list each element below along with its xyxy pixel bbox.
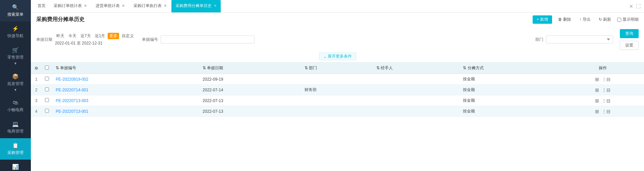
sidebar-item-retail[interactable]: 🛒零售管理▼ [0, 43, 31, 69]
table-row: 3 PE-20220713-003 2022-07-13 按金额 ⊞ ⋮⊟ [31, 95, 644, 106]
dept-select[interactable]: 财务部 [546, 35, 613, 44]
close-tab-purchase-fee-split[interactable]: ✕ [214, 4, 217, 8]
dept-filter-group: 部门 财务部 [535, 35, 613, 44]
cell-handler-3 [373, 106, 460, 117]
add-button[interactable]: + 新增 [533, 15, 552, 24]
ecommerce-icon: 💻 [12, 121, 19, 127]
doc-no-link-1[interactable]: PE-20220714-001 [56, 88, 88, 92]
sidebar-item-ecommerce[interactable]: 💻电商管理 [0, 117, 31, 138]
row-expand-3: 4 [31, 106, 42, 117]
table-header-row: ⚙ ⇅ 单据编号 ⇅ 单据日期 ⇅ 部门 [31, 63, 644, 74]
cell-dept-3 [301, 106, 373, 117]
more-icon-1[interactable]: ⋮⊟ [602, 87, 610, 93]
edit-icon-2[interactable]: ⊞ [595, 98, 599, 103]
cell-doc-date-1: 2022-07-14 [199, 85, 301, 95]
more-icon-0[interactable]: ⋮⊟ [602, 77, 610, 82]
cell-doc-date-3: 2022-07-13 [199, 106, 301, 117]
cell-action-1: ⊞ ⋮⊟ [561, 85, 644, 95]
sidebar-label-search: 搜索菜单 [7, 12, 23, 17]
delete-button[interactable]: 🗑 删除 [556, 16, 573, 23]
sidebar-label-ecommerce: 电商管理 [7, 129, 23, 134]
col-split-method: ⇅ 分摊方式 [460, 63, 561, 74]
close-tab-purchase-order-stat[interactable]: ✕ [84, 4, 87, 8]
filter-settings-button[interactable]: 设置 [620, 41, 639, 50]
tab-purchase-fee-split[interactable]: 采购费用分摊单历史 ✕ [171, 0, 221, 12]
shortcut-custom[interactable]: 自定义 [120, 33, 135, 39]
shortcut-yesterday[interactable]: 昨天 [55, 33, 66, 39]
close-all-tabs[interactable]: ✕ [629, 4, 633, 9]
show-detail-checkbox[interactable]: 显示明细 [617, 17, 639, 22]
main-content: 首页 采购订单统计表 ✕ 进货单统计表 ✕ 采购订单执行表 ✕ 采购费用分摊单历… [31, 0, 644, 171]
doc-no-filter-group: 单据编号 [142, 35, 255, 44]
shortcut-7days[interactable]: 近7天 [79, 33, 92, 39]
shortcut-today[interactable]: 今天 [67, 33, 78, 39]
purchase-icon: 📋 [12, 142, 19, 149]
close-tab-goods-in-stat[interactable]: ✕ [122, 4, 125, 8]
shortcut-more[interactable]: 更多 [108, 33, 119, 39]
expand-icon: ⌄ [323, 54, 327, 59]
shortcut-1month[interactable]: 近1月 [94, 33, 107, 39]
table-body: 1 PE-20220919-002 2022-09-19 按金额 ⊞ ⋮⊟ 2 [31, 74, 644, 117]
cell-split-method-0: 按金额 [460, 74, 561, 85]
cell-doc-date-2: 2022-07-13 [199, 95, 301, 106]
sidebar-label-purchase: 采购管理 [7, 150, 23, 156]
inventory-icon: 📊 [12, 164, 19, 170]
close-tab-purchase-order-exec[interactable]: ✕ [164, 4, 167, 8]
export-button[interactable]: ↑ 导出 [577, 16, 592, 23]
tab-purchase-order-exec[interactable]: 采购订单执行表 ✕ [129, 0, 171, 12]
expand-more-button[interactable]: ⌄ 展开更多条件 [319, 53, 356, 60]
row-check-1[interactable] [42, 85, 52, 95]
edit-icon-3[interactable]: ⊞ [595, 109, 599, 114]
dept-label: 部门 [535, 37, 543, 42]
cell-action-3: ⊞ ⋮⊟ [561, 106, 644, 117]
cell-split-method-3: 按金额 [460, 106, 561, 117]
sidebar-item-purchase[interactable]: 📋采购管理 [0, 138, 31, 160]
query-button[interactable]: 查询 [620, 29, 639, 38]
expand-label: 展开更多条件 [328, 54, 352, 59]
sidebar-label-mini-shop: 小畅电商 [7, 107, 23, 113]
doc-no-input[interactable] [161, 35, 255, 44]
cell-action-2: ⊞ ⋮⊟ [561, 95, 644, 106]
table-row: 2 PE-20220714-001 2022-07-14 财务部 按金额 ⊞ ⋮… [31, 85, 644, 95]
edit-icon-0[interactable]: ⊞ [595, 77, 599, 82]
edit-icon-1[interactable]: ⊞ [595, 87, 599, 93]
more-icon-3[interactable]: ⋮⊟ [602, 109, 610, 114]
table-area: ⚙ ⇅ 单据编号 ⇅ 单据日期 ⇅ 部门 [31, 63, 644, 171]
col-doc-no: ⇅ 单据编号 [52, 63, 199, 74]
select-all-checkbox[interactable] [45, 66, 49, 70]
search-icon: 🔍 [12, 4, 19, 10]
row-check-2[interactable] [42, 95, 52, 106]
more-icon-2[interactable]: ⋮⊟ [602, 98, 610, 103]
row-check-0[interactable] [42, 74, 52, 85]
sidebar: 🔍搜索菜单⚡快捷导航🛒零售管理▼📦批发管理▼🛍小畅电商💻电商管理📋采购管理📊库存… [0, 0, 31, 171]
tab-goods-in-stat[interactable]: 进货单统计表 ✕ [92, 0, 129, 12]
tab-home[interactable]: 首页 [34, 0, 49, 12]
col-check [42, 63, 52, 74]
col-settings[interactable]: ⚙ [31, 63, 42, 74]
sidebar-item-quick-nav[interactable]: ⚡快捷导航 [0, 21, 31, 43]
sidebar-item-inventory[interactable]: 📊库存核算 [0, 160, 31, 171]
sidebar-label-retail: 零售管理 [7, 55, 23, 60]
doc-no-link-3[interactable]: PE-20220713-001 [56, 109, 88, 114]
cell-split-method-2: 按金额 [460, 95, 561, 106]
cell-dept-1: 财务部 [301, 85, 373, 95]
row-check-3[interactable] [42, 106, 52, 117]
refresh-button[interactable]: ↻ 刷新 [597, 16, 613, 23]
table-row: 4 PE-20220713-001 2022-07-13 按金额 ⊞ ⋮⊟ [31, 106, 644, 117]
maximize-icon[interactable]: ⛶ [636, 4, 641, 9]
tab-bar-right: ✕ ⛶ [629, 4, 641, 9]
tab-purchase-order-stat[interactable]: 采购订单统计表 ✕ [50, 0, 91, 12]
data-table: ⚙ ⇅ 单据编号 ⇅ 单据日期 ⇅ 部门 [31, 63, 644, 117]
cell-doc-no-1: PE-20220714-001 [52, 85, 199, 95]
date-label: 单据日期 [36, 37, 52, 42]
filter-row: 单据日期 昨天 今天 近7天 近1月 更多 自定义 2022-01-01 至 2… [36, 29, 639, 50]
sidebar-item-search[interactable]: 🔍搜索菜单 [0, 0, 31, 21]
doc-no-link-2[interactable]: PE-20220713-003 [56, 98, 88, 103]
page-title: 采购费用分摊单历史 [36, 16, 85, 23]
cell-doc-no-0: PE-20220919-002 [52, 74, 199, 85]
cell-doc-no-2: PE-20220713-003 [52, 95, 199, 106]
sidebar-item-wholesale[interactable]: 📦批发管理▼ [0, 69, 31, 96]
sidebar-item-mini-shop[interactable]: 🛍小畅电商 [0, 96, 31, 117]
doc-no-link-0[interactable]: PE-20220919-002 [56, 77, 88, 82]
toolbar: + 新增 🗑 删除 ↑ 导出 ↻ 刷新 显示明细 [533, 15, 639, 24]
